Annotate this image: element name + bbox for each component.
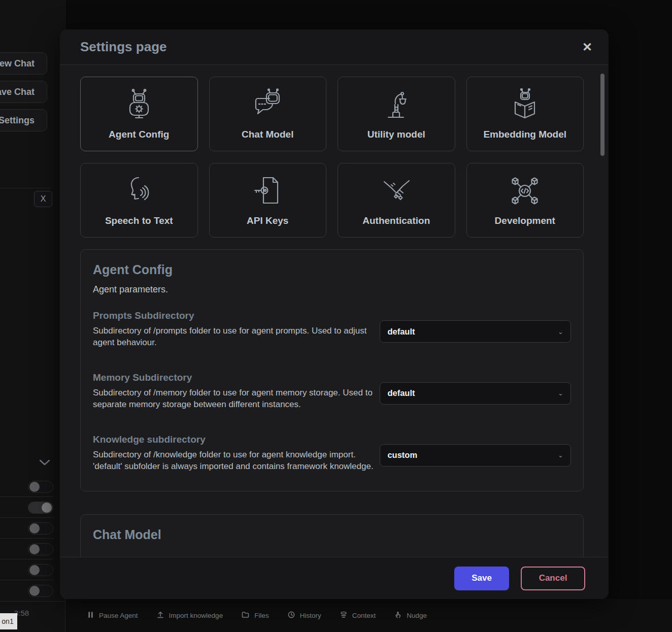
save-button[interactable]: Save (454, 567, 509, 590)
sidebar-divider (0, 496, 53, 497)
settings-label: Settings (0, 115, 35, 126)
folder-icon (241, 611, 250, 620)
document-key-icon (250, 175, 285, 209)
stack-icon (340, 611, 348, 620)
field-label: Knowledge subdirectory (93, 434, 380, 445)
clock-icon (287, 611, 295, 620)
nav-card-label: Agent Config (109, 129, 169, 140)
toggle-knob (29, 544, 40, 554)
nav-card-label: Embedding Model (483, 129, 566, 140)
context-button[interactable]: Context (340, 611, 376, 620)
robot-config-icon (122, 88, 156, 123)
save-chat-button[interactable]: ave Chat (0, 81, 47, 103)
nav-card-development[interactable]: Development (466, 163, 584, 238)
app-root: ew Chat ave Chat ⚙ Settings X 3:58 (0, 0, 672, 632)
history-button[interactable]: History (287, 611, 321, 620)
sidebar-divider (0, 517, 53, 518)
section-title: Agent Config (93, 262, 571, 277)
chevron-down-icon[interactable] (39, 459, 51, 468)
modal-scrollbar-thumb[interactable] (600, 74, 604, 156)
field-knowledge-subdirectory: Knowledge subdirectory Subdirectory of /… (93, 434, 571, 473)
toggle-switch-6[interactable] (28, 585, 53, 597)
history-label: History (300, 612, 321, 619)
sidebar-divider (0, 188, 51, 188)
modal-header: Settings page ✕ (60, 29, 609, 65)
pause-agent-label: Pause Agent (99, 612, 138, 619)
upload-icon (156, 611, 164, 620)
settings-button[interactable]: ⚙ Settings (0, 109, 47, 131)
nav-card-label: Development (495, 215, 555, 226)
chevron-down-icon: ⌄ (558, 451, 563, 459)
close-icon[interactable]: ✕ (582, 41, 592, 53)
field-text: Knowledge subdirectory Subdirectory of /… (93, 434, 380, 473)
settings-nav-grid: Agent Config Chat (80, 77, 584, 238)
field-prompts-subdirectory: Prompts Subdirectory Subdirectory of /pr… (93, 310, 571, 349)
sidebar-divider (0, 559, 53, 559)
nav-card-label: API Keys (247, 215, 288, 226)
sidebar-divider (0, 538, 53, 539)
sidebar-divider (0, 601, 65, 602)
select-value: default (387, 388, 415, 398)
toggle-switch-1[interactable] (28, 481, 53, 493)
bottom-toolbar: Pause Agent Import knowledge Files Histo… (65, 599, 672, 632)
toggle-switch-4[interactable] (28, 543, 53, 555)
modal-footer: Save Cancel (60, 557, 609, 599)
nav-card-utility-model[interactable]: Utility model (338, 77, 455, 151)
chevron-down-icon: ⌄ (558, 328, 563, 336)
field-control: default ⌄ (380, 372, 571, 411)
chat-robot-icon (250, 88, 285, 123)
section-chat-model: Chat Model (80, 514, 584, 557)
code-network-icon (508, 175, 542, 209)
field-control: custom ⌄ (380, 434, 571, 473)
section-agent-config: Agent Config Agent parameters. Prompts S… (80, 249, 584, 491)
knowledge-subdirectory-select[interactable]: custom ⌄ (380, 444, 571, 467)
section-description: Agent parameters. (93, 284, 571, 295)
import-knowledge-label: Import knowledge (169, 612, 223, 619)
save-chat-label: ave Chat (0, 87, 35, 97)
nav-card-label: Speech to Text (105, 215, 173, 226)
toggle-switch-2[interactable] (28, 502, 53, 514)
new-chat-label: ew Chat (0, 58, 35, 69)
field-label: Prompts Subdirectory (93, 310, 380, 321)
chevron-down-icon: ⌄ (558, 389, 563, 397)
toggle-switch-3[interactable] (28, 522, 53, 535)
field-label: Memory Subdirectory (93, 372, 380, 383)
nav-card-label: Chat Model (242, 129, 293, 140)
import-knowledge-button[interactable]: Import knowledge (156, 611, 223, 620)
close-panel-label: X (41, 194, 46, 204)
sidebar: ew Chat ave Chat ⚙ Settings X 3:58 (0, 0, 66, 632)
pause-agent-button[interactable]: Pause Agent (87, 611, 138, 620)
field-control: default ⌄ (380, 310, 571, 349)
nudge-button[interactable]: Nudge (394, 611, 427, 620)
nav-card-authentication[interactable]: Authentication (338, 163, 455, 238)
nav-card-chat-model[interactable]: Chat Model (209, 77, 327, 151)
toggle-knob (42, 503, 52, 513)
field-description: Subdirectory of /memory folder to use fo… (93, 387, 380, 411)
toggle-knob (29, 523, 40, 534)
hand-icon (394, 611, 402, 620)
nav-card-agent-config[interactable]: Agent Config (80, 77, 198, 151)
nav-card-api-keys[interactable]: API Keys (209, 163, 327, 238)
cancel-button[interactable]: Cancel (521, 567, 585, 590)
toggle-switch-5[interactable] (28, 564, 53, 576)
files-button[interactable]: Files (241, 611, 269, 620)
sidebar-divider (0, 580, 53, 580)
new-chat-button[interactable]: ew Chat (0, 52, 47, 75)
settings-modal: Settings page ✕ (60, 29, 609, 599)
close-panel-button[interactable]: X (34, 191, 52, 207)
handshake-icon (379, 175, 414, 209)
toggle-knob (29, 586, 40, 596)
nav-card-speech-to-text[interactable]: Speech to Text (80, 163, 198, 238)
context-label: Context (352, 612, 376, 619)
tooltip: on1 (0, 613, 17, 629)
speech-icon (122, 175, 156, 209)
robot-arm-icon (379, 88, 414, 123)
robot-book-icon (508, 88, 542, 123)
prompts-subdirectory-select[interactable]: default ⌄ (380, 320, 571, 343)
toggle-knob (29, 482, 40, 492)
nav-card-embedding-model[interactable]: Embedding Model (466, 77, 584, 151)
nav-card-label: Utility model (367, 129, 425, 140)
select-value: default (387, 327, 415, 337)
memory-subdirectory-select[interactable]: default ⌄ (380, 382, 571, 405)
field-description: Subdirectory of /knowledge folder to use… (93, 449, 380, 473)
